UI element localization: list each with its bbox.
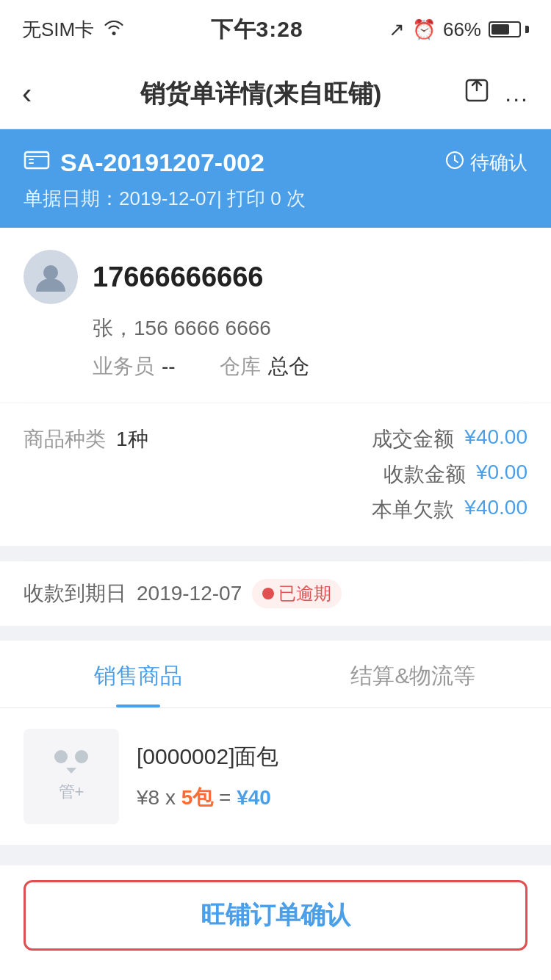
goods-type-label: 商品种类 (24, 425, 106, 453)
status-bar: 无SIM卡 下午3:28 ↗ ⏰ 66% (0, 0, 551, 59)
product-qty: 5包 (181, 786, 214, 809)
received-amount-value: ¥0.00 (476, 461, 527, 489)
avatar (24, 250, 78, 304)
order-date: 单据日期：2019-12-07| 打印 0 次 (24, 186, 527, 212)
multiply-sign: x (159, 786, 181, 809)
due-date-value: 2019-12-07 (137, 582, 242, 605)
more-options-icon[interactable]: ... (505, 80, 529, 107)
deal-amount-label: 成交金额 (372, 425, 454, 453)
warehouse-item: 仓库 总仓 (220, 353, 309, 381)
product-name: [0000002]面包 (137, 742, 527, 772)
goods-type: 商品种类 1种 (24, 425, 148, 453)
bottom-button-wrap: 旺铺订单确认 (0, 865, 551, 980)
price-base: ¥8 (137, 786, 159, 809)
order-status: 待确认 (445, 150, 527, 176)
product-thumbnail: 管+ (24, 729, 119, 824)
order-id-text: SA-20191207-002 (60, 148, 264, 177)
svg-rect-2 (25, 152, 48, 168)
back-button[interactable]: ‹ (22, 77, 66, 110)
page-title: 销货单详情(来自旺铺) (66, 77, 455, 111)
overdue-badge: 已逾期 (252, 579, 342, 608)
product-info: [0000002]面包 ¥8 x 5包 = ¥40 (137, 742, 527, 812)
tab-sales-goods[interactable]: 销售商品 (0, 641, 276, 707)
owl-eye-left (54, 750, 68, 763)
deal-amount-row: 成交金额 ¥40.00 (372, 425, 527, 453)
salesperson-value: -- (162, 355, 176, 378)
nav-actions: ... (455, 77, 529, 110)
overdue-text: 已逾期 (278, 582, 331, 605)
salesperson-label: 业务员 (93, 353, 154, 381)
order-status-text: 待确认 (470, 150, 527, 176)
order-id: SA-20191207-002 (24, 148, 264, 177)
battery-icon (489, 21, 529, 37)
order-icon (24, 148, 50, 177)
owl-beak (66, 768, 76, 774)
product-item: 管+ [0000002]面包 ¥8 x 5包 = ¥40 (0, 708, 551, 845)
owed-amount-value: ¥40.00 (464, 496, 527, 524)
order-header: SA-20191207-002 待确认 单据日期：2019-12-07| 打印 … (0, 129, 551, 228)
overdue-dot-icon (262, 588, 274, 599)
deal-amount-value: ¥40.00 (464, 425, 527, 453)
owl-eye-right (75, 750, 88, 763)
summary-row: 商品种类 1种 成交金额 ¥40.00 收款金额 ¥0.00 本单欠款 ¥40.… (24, 425, 527, 524)
goods-type-value: 1种 (116, 425, 148, 453)
customer-section: 17666666666 张，156 6666 6666 业务员 -- 仓库 总仓 (0, 228, 551, 403)
received-amount-row: 收款金额 ¥0.00 (383, 461, 527, 489)
nav-bar: ‹ 销货单详情(来自旺铺) ... (0, 59, 551, 129)
alarm-icon: ⏰ (412, 18, 436, 41)
equals-sign: = (213, 786, 237, 809)
status-time: 下午3:28 (211, 15, 303, 45)
svg-point-6 (43, 265, 58, 280)
wifi-icon (103, 18, 125, 41)
summary-section: 商品种类 1种 成交金额 ¥40.00 收款金额 ¥0.00 本单欠款 ¥40.… (0, 403, 551, 546)
customer-phone: 17666666666 (93, 262, 263, 293)
customer-row: 17666666666 (24, 250, 527, 304)
svg-line-5 (455, 160, 458, 162)
owed-amount-row: 本单欠款 ¥40.00 (372, 496, 527, 524)
share-icon[interactable] (464, 77, 490, 110)
product-thumb-inner: 管+ (54, 750, 88, 803)
warehouse-label: 仓库 (220, 353, 261, 381)
tabs-row: 销售商品 结算&物流等 (0, 641, 551, 708)
tab-settlement[interactable]: 结算&物流等 (276, 641, 551, 707)
due-section: 收款到期日 2019-12-07 已逾期 (0, 561, 551, 626)
salesperson-item: 业务员 -- (93, 353, 176, 381)
battery-text: 66% (443, 18, 481, 41)
plus-sign: 管+ (59, 781, 84, 803)
order-id-row: SA-20191207-002 待确认 (24, 148, 527, 177)
product-total: ¥40 (237, 786, 271, 809)
amounts: 成交金额 ¥40.00 收款金额 ¥0.00 本单欠款 ¥40.00 (372, 425, 527, 524)
owl-icon (54, 750, 88, 763)
customer-details: 业务员 -- 仓库 总仓 (93, 353, 527, 381)
due-date-label: 收款到期日 (24, 580, 126, 608)
owed-amount-label: 本单欠款 (372, 496, 454, 524)
received-amount-label: 收款金额 (383, 461, 466, 489)
clock-icon (445, 151, 464, 175)
carrier-text: 无SIM卡 (22, 17, 94, 43)
location-icon: ↗ (389, 18, 405, 41)
status-left: 无SIM卡 (22, 17, 125, 43)
product-price: ¥8 x 5包 = ¥40 (137, 784, 527, 812)
customer-name: 张，156 6666 6666 (93, 314, 527, 342)
tabs-section: 销售商品 结算&物流等 管+ [0000002]面包 ¥8 x 5包 = ¥40 (0, 641, 551, 845)
status-right: ↗ ⏰ 66% (389, 18, 529, 41)
confirm-order-button[interactable]: 旺铺订单确认 (24, 880, 527, 951)
warehouse-value: 总仓 (268, 353, 309, 381)
